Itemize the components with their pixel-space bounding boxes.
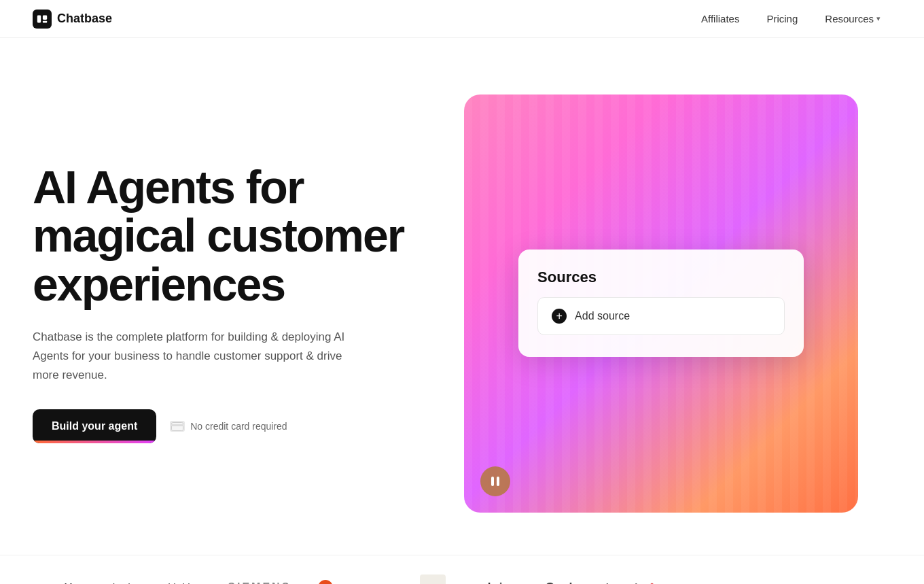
no-credit-info: No credit card required [170, 421, 287, 432]
hero-section: AI Agents for magical customer experienc… [0, 38, 924, 555]
brand-opal: Opal [545, 581, 572, 585]
nav-resources[interactable]: Resources ▾ [814, 7, 891, 30]
credit-card-icon [170, 421, 185, 432]
navbar: Chatbase Affiliates Pricing Resources ▾ [0, 0, 924, 38]
chevron-down-icon: ▾ [876, 14, 881, 23]
pwc-icon: pwc [420, 574, 446, 584]
trusted-bar: Trusted by 9000+ business worldwide SIEM… [0, 555, 924, 584]
sources-title: Sources [537, 269, 785, 286]
nav-affiliates[interactable]: Affiliates [690, 7, 750, 30]
brand-alpian: +alpian [473, 581, 518, 584]
svg-rect-2 [43, 20, 47, 22]
hero-title: AI Agents for magical customer experienc… [33, 163, 404, 309]
hero-subtitle: Chatbase is the complete platform for bu… [33, 328, 345, 385]
pause-icon [491, 477, 499, 486]
build-agent-button[interactable]: Build your agent [33, 409, 156, 443]
add-source-button[interactable]: + Add source [537, 297, 785, 335]
sources-card: Sources + Add source [518, 250, 804, 357]
nav-links: Affiliates Pricing Resources ▾ [690, 7, 891, 30]
brand-logos: SIEMENS ✦ POSTMAN pwc +alpian Opal alBar… [228, 574, 657, 584]
logo[interactable]: Chatbase [33, 10, 112, 29]
hero-right: Sources + Add source [431, 95, 891, 513]
brand-albaraka: alBaraka✿ [599, 581, 657, 584]
hero-left: AI Agents for magical customer experienc… [33, 163, 404, 443]
plus-icon: + [552, 309, 567, 324]
brand-siemens: SIEMENS [228, 581, 291, 584]
svg-rect-0 [37, 15, 41, 22]
logo-icon [33, 10, 52, 29]
svg-rect-3 [172, 422, 183, 430]
logo-text: Chatbase [57, 12, 112, 26]
pause-bar-left [491, 477, 494, 486]
demo-card-wrapper: Sources + Add source [464, 95, 858, 513]
hero-actions: Build your agent No credit card required [33, 409, 404, 443]
postman-icon: ✦ [318, 580, 333, 584]
brand-pwc: pwc [420, 574, 446, 584]
pause-button[interactable] [480, 466, 510, 496]
svg-rect-4 [171, 424, 183, 426]
nav-pricing[interactable]: Pricing [756, 7, 808, 30]
pause-bar-right [497, 477, 499, 486]
svg-rect-1 [43, 15, 47, 19]
brand-postman: ✦ POSTMAN [318, 580, 393, 584]
